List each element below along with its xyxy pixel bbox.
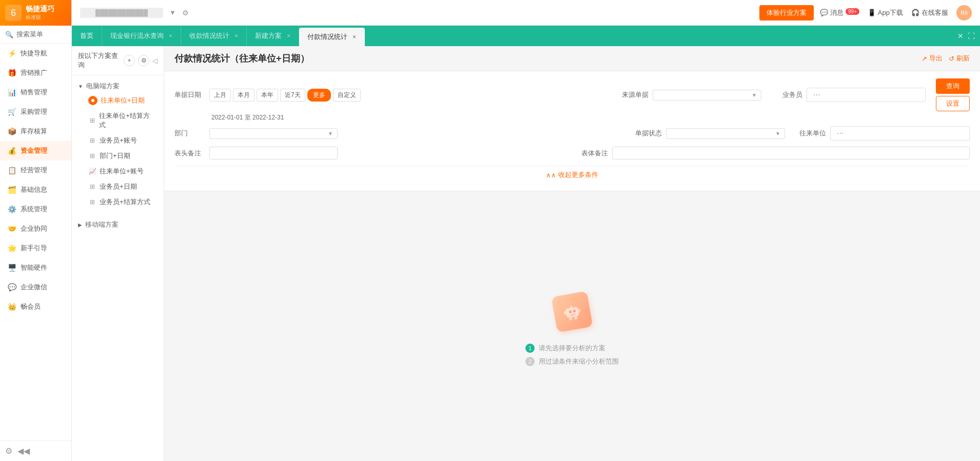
tab-new-scheme[interactable]: 新建方案 × [247, 26, 299, 46]
sidebar-item-purchase[interactable]: 🛒 采购管理 [0, 102, 71, 122]
corp-icon: 🤝 [7, 224, 16, 233]
content-area: 按以下方案查询 + ⚙ ◁ ▼ 电脑端方案 往来单位+日期 [72, 46, 980, 461]
trial-btn[interactable]: 体验行业方案 [759, 5, 814, 21]
svg-rect-8 [569, 317, 573, 320]
salesman-select[interactable]: ··· [807, 88, 926, 102]
refresh-btn[interactable]: ↺ 刷新 [949, 54, 970, 63]
date-btn-this-year[interactable]: 本年 [257, 89, 278, 102]
add-scheme-btn[interactable]: + [124, 55, 135, 66]
marketing-icon: 🎁 [7, 68, 16, 77]
app-download-btn[interactable]: 📱 App下载 [868, 8, 903, 17]
sidebar-item-capital[interactable]: 💰 资金管理 [0, 141, 71, 161]
scheme-item-partner-settlement[interactable]: ⊞ 往来单位+结算方式 [78, 108, 158, 133]
scheme-item-staff-date[interactable]: ⊞ 业务员+日期 [78, 179, 158, 194]
sidebar-item-corp[interactable]: 🤝 企业协同 [0, 219, 71, 238]
new-scheme-tab-close[interactable]: × [287, 32, 290, 39]
scheme-item-dept-date[interactable]: ⊞ 部门+日期 [78, 148, 158, 164]
sidebar-item-operation[interactable]: 📋 经营管理 [0, 161, 71, 180]
sidebar-item-system[interactable]: ⚙️ 系统管理 [0, 199, 71, 219]
mobile-group-toggle[interactable]: ▶ 移动端方案 [78, 218, 158, 231]
receipt-stat-tab-close[interactable]: × [234, 32, 238, 39]
search-menu[interactable]: 🔍 搜索菜单 [0, 26, 71, 44]
empty-tips: 1 请先选择要分析的方案 2 用过滤条件来缩小分析范围 [525, 344, 619, 366]
desktop-group-toggle[interactable]: ▼ 电脑端方案 [78, 79, 158, 93]
online-service-btn[interactable]: 🎧 在线客服 [911, 8, 948, 17]
partner-select[interactable]: ··· [830, 126, 970, 141]
svg-rect-1 [565, 307, 579, 318]
body-note-input[interactable] [612, 147, 970, 159]
head-note-input[interactable] [209, 147, 338, 159]
date-btn-last-month[interactable]: 上月 [209, 89, 231, 102]
tab-cash-flow[interactable]: 现金银行流水查询 × [102, 26, 181, 46]
sidebar-item-wechat[interactable]: 💬 企业微信 [0, 277, 71, 297]
gear-settings-icon[interactable]: ⚙ [182, 9, 189, 17]
mobile-group-label: 移动端方案 [85, 220, 119, 229]
source-select[interactable]: ▼ [653, 90, 761, 101]
cash-flow-tab-close[interactable]: × [169, 32, 172, 39]
collapse-more-btn[interactable]: ∧∧ 收起更多条件 [174, 166, 970, 184]
tabbar-right-controls: ✕ ⛶ [952, 26, 980, 46]
dropdown-arrow-icon[interactable]: ▼ [169, 9, 176, 16]
message-icon: 💬 [820, 9, 828, 16]
avatar[interactable]: Rit [956, 5, 972, 21]
svg-rect-9 [574, 316, 578, 319]
filter-row-2: 部门 ▼ 单据状态 ▼ 往来单位 [174, 126, 970, 141]
scheme-item-staff-settlement[interactable]: ⊞ 业务员+结算方式 [78, 194, 158, 210]
svg-point-0 [91, 99, 94, 102]
mobile-arrow-icon: ▶ [78, 222, 82, 228]
sidebar-item-member[interactable]: 👑 畅会员 [0, 297, 71, 316]
collapse-sidebar-icon[interactable]: ◀◀ [17, 446, 30, 456]
export-btn[interactable]: ↗ 导出 [922, 54, 943, 63]
date-btn-7days[interactable]: 近7天 [280, 89, 305, 102]
svg-rect-3 [573, 310, 576, 313]
sidebar-item-basic[interactable]: 🗂️ 基础信息 [0, 180, 71, 199]
member-icon: 👑 [7, 302, 16, 311]
scheme-settings-btn[interactable]: ⚙ [138, 55, 149, 66]
sidebar-item-hardware[interactable]: 🖥️ 智能硬件 [0, 258, 71, 277]
guide-icon: 🌟 [7, 244, 16, 253]
dept-label: 部门 [174, 129, 205, 138]
sales-icon: 📊 [7, 88, 16, 97]
close-all-tabs-icon[interactable]: ✕ [957, 32, 964, 40]
filter-row-3: 表头备注 表体备注 [174, 147, 970, 159]
sidebar-item-sales[interactable]: 📊 销售管理 [0, 83, 71, 102]
app-icon: 📱 [868, 9, 876, 16]
query-btn[interactable]: 查询 [936, 78, 970, 94]
scheme-header: 按以下方案查询 + ⚙ ◁ [72, 46, 164, 75]
scheme-item-partner-date[interactable]: 往来单位+日期 [78, 93, 158, 108]
scheme-item-staff-account[interactable]: ⊞ 业务员+账号 [78, 133, 158, 148]
table-icon-2: ⊞ [88, 136, 96, 145]
dept-select[interactable]: ▼ [209, 128, 338, 139]
date-btn-this-month[interactable]: 本月 [233, 89, 254, 102]
table-icon-4: ⊞ [88, 183, 96, 191]
desktop-group-label: 电脑端方案 [86, 82, 120, 91]
sidebar-item-guide[interactable]: 🌟 新手引导 [0, 238, 71, 258]
body-note-label: 表体备注 [577, 149, 608, 158]
date-btn-more[interactable]: 更多 [307, 89, 331, 102]
table-icon-5: ⊞ [88, 198, 96, 206]
tab-payment-stat[interactable]: 付款情况统计 × [299, 28, 365, 46]
scheme-item-partner-account[interactable]: 📈 往来单位+账号 [78, 164, 158, 179]
payment-stat-tab-close[interactable]: × [352, 33, 356, 41]
sidebar-item-inventory[interactable]: 📦 库存核算 [0, 122, 71, 141]
date-btns: 上月 本月 本年 近7天 更多 自定义 [209, 89, 361, 102]
sidebar-item-marketing[interactable]: 🎁 营销推广 [0, 63, 71, 83]
message-btn[interactable]: 💬 消息 99+ [820, 8, 859, 17]
filter-area: 单据日期 上月 本月 本年 近7天 更多 自定义 来源单据 [164, 71, 980, 191]
maximize-icon[interactable]: ⛶ [968, 32, 975, 40]
tab-receipt-stat[interactable]: 收款情况统计 × [181, 26, 247, 46]
empty-icon-container [546, 286, 598, 337]
salesman-label: 业务员 [772, 90, 802, 99]
sidebar-item-quicknav[interactable]: ⚡ 快捷导航 [0, 44, 71, 63]
headset-icon: 🎧 [911, 9, 919, 16]
settings-icon[interactable]: ⚙ [5, 446, 12, 456]
set-btn[interactable]: 设置 [936, 96, 970, 111]
collapse-panel-icon[interactable]: ◁ [152, 57, 158, 65]
head-note-label: 表头备注 [174, 149, 205, 158]
breadcrumb: ████████████ [80, 9, 163, 16]
tab-home[interactable]: 首页 [72, 26, 102, 46]
date-btn-custom[interactable]: 自定义 [333, 89, 361, 102]
doc-status-select[interactable]: ▼ [666, 128, 785, 139]
partner-dots: ··· [837, 129, 844, 138]
sidebar-bottom: ⚙ ◀◀ [0, 440, 71, 461]
